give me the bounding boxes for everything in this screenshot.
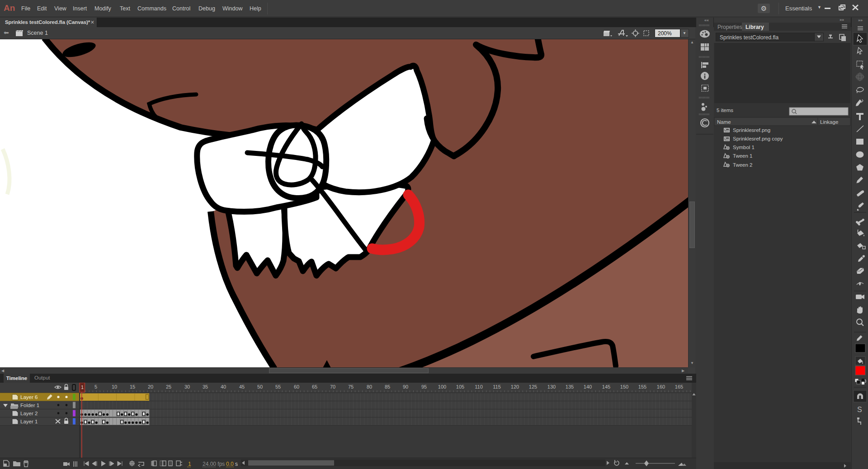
svg-text:135: 135 (566, 384, 574, 389)
svg-text:90: 90 (403, 384, 408, 389)
svg-text:60: 60 (294, 384, 299, 389)
svg-text:Sprinklesref.png copy: Sprinklesref.png copy (733, 136, 783, 141)
svg-text:Properties: Properties (717, 24, 742, 30)
svg-text:105: 105 (456, 384, 464, 389)
svg-text:Folder 1: Folder 1 (20, 403, 39, 408)
svg-text:75: 75 (348, 384, 354, 389)
svg-text:155: 155 (638, 384, 646, 389)
svg-text:45: 45 (239, 384, 245, 389)
svg-text:Sprinklesref.png: Sprinklesref.png (733, 127, 770, 133)
svg-text:s: s (235, 461, 238, 467)
svg-text:Library: Library (745, 24, 764, 30)
svg-text:25: 25 (166, 384, 171, 389)
svg-text:40: 40 (221, 384, 226, 389)
svg-text:««: «« (704, 18, 709, 23)
svg-text:10: 10 (112, 384, 117, 389)
svg-text:Tween 2: Tween 2 (733, 162, 752, 168)
svg-text:Linkage: Linkage (820, 119, 838, 125)
svg-text:85: 85 (385, 384, 390, 389)
svg-text:Layer 1: Layer 1 (20, 419, 38, 424)
svg-text:130: 130 (547, 384, 556, 389)
svg-text:Sprinkles testColored.fla: Sprinkles testColored.fla (720, 34, 778, 41)
svg-text:0.0: 0.0 (226, 461, 234, 467)
svg-text:Name: Name (717, 119, 731, 125)
svg-text:80: 80 (367, 384, 372, 389)
svg-text:35: 35 (203, 384, 208, 389)
svg-text:160: 160 (657, 384, 665, 389)
svg-text:140: 140 (584, 384, 592, 389)
svg-text:15: 15 (130, 384, 135, 389)
svg-text:120: 120 (511, 384, 519, 389)
svg-text:115: 115 (493, 384, 501, 389)
svg-text:Layer 6: Layer 6 (20, 394, 38, 400)
svg-text:125: 125 (529, 384, 537, 389)
svg-text:30: 30 (184, 384, 190, 389)
svg-text:70: 70 (330, 384, 335, 389)
svg-text:1: 1 (81, 385, 84, 390)
svg-text:Layer 2: Layer 2 (20, 411, 38, 416)
svg-text:20: 20 (148, 384, 153, 389)
svg-text:5 items: 5 items (717, 108, 733, 113)
svg-text:100: 100 (438, 384, 446, 389)
svg-text:65: 65 (312, 384, 317, 389)
svg-text:110: 110 (475, 384, 483, 389)
svg-text:165: 165 (675, 384, 683, 389)
svg-text:55: 55 (275, 384, 281, 389)
svg-text:»»: »» (840, 18, 844, 22)
svg-text:S: S (857, 406, 862, 413)
svg-text:24.00 fps: 24.00 fps (203, 461, 225, 467)
svg-text:150: 150 (620, 384, 628, 389)
svg-text:50: 50 (257, 384, 263, 389)
svg-text:145: 145 (602, 384, 610, 389)
svg-text:Symbol 1: Symbol 1 (733, 145, 755, 150)
svg-text:Tween 1: Tween 1 (733, 153, 752, 159)
svg-text:5: 5 (94, 384, 97, 389)
svg-text:1: 1 (188, 461, 191, 467)
svg-text:95: 95 (421, 384, 427, 389)
svg-text:»»: »» (858, 18, 863, 23)
